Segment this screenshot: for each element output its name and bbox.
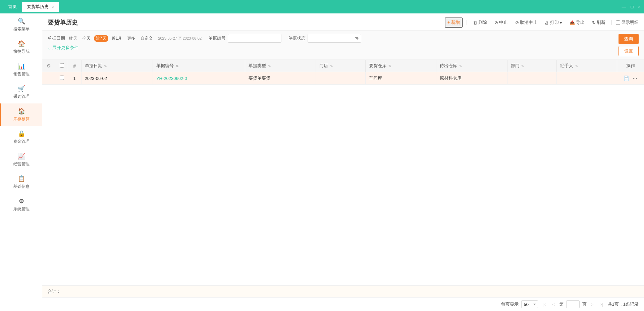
delete-button[interactable]: 🗑 删除 — [471, 18, 489, 27]
filter-area: 单据日期 昨天 今天 近7天 近1月 更多 自定义 2023-05-27 至 2… — [42, 31, 644, 60]
cell-pending-warehouse: 原材料仓库 — [436, 72, 507, 85]
select-all-checkbox[interactable] — [60, 63, 64, 68]
next-page-btn[interactable]: > — [589, 301, 595, 308]
sidebar-item-sales-mgmt[interactable]: 📊 销售管理 — [0, 58, 42, 81]
filter-settings-button[interactable]: 设置 — [619, 46, 639, 56]
col-handler[interactable]: 经手人 ⇅ — [557, 60, 617, 72]
query-button[interactable]: 查询 — [619, 34, 639, 44]
doc-number-link[interactable]: YH-20230602-0 — [156, 76, 187, 81]
col-settings[interactable]: ⚙ — [42, 60, 56, 72]
sidebar-item-label: 库存核算 — [13, 116, 30, 122]
sidebar-item-basic-info[interactable]: 📋 基础信息 — [0, 171, 42, 193]
delete-icon: 🗑 — [473, 20, 477, 25]
tab-bar: 首页 要货单历史 × — [3, 2, 622, 12]
page-size-label: 每页显示 — [501, 301, 519, 307]
sidebar-item-quick-nav[interactable]: 🏠 快捷导航 — [0, 36, 42, 58]
sidebar-item-label: 搜索菜单 — [13, 26, 30, 32]
col-doc-number[interactable]: 单据编号 ⇅ — [153, 60, 245, 72]
date-btn-custom[interactable]: 自定义 — [139, 35, 155, 42]
page-size-select[interactable]: 20 50 100 — [521, 300, 538, 308]
tab-close-icon[interactable]: × — [52, 4, 54, 9]
sidebar: 🔍 搜索菜单 🏠 快捷导航 📊 销售管理 🛒 采购管理 🏠 库存核算 🔒 资金管… — [0, 13, 42, 311]
sort-icon-store: ⇅ — [330, 64, 333, 68]
date-range-text: 2023-05-27 至 2023-06-02 — [158, 36, 202, 41]
sidebar-item-inventory-calc[interactable]: 🏠 库存核算 — [0, 103, 42, 126]
sidebar-item-label: 采购管理 — [13, 94, 30, 99]
col-doc-type[interactable]: 单据类型 ⇅ — [245, 60, 316, 72]
col-action: 操作 — [617, 60, 644, 72]
export-button[interactable]: 📤 导出 — [568, 18, 587, 27]
doc-status-label: 单据状态 — [288, 35, 306, 41]
page-label: 第 — [559, 301, 564, 307]
display-detail-checkbox[interactable]: 显示明细 — [616, 19, 639, 26]
col-req-warehouse[interactable]: 要货仓库 ⇅ — [366, 60, 436, 72]
sidebar-item-label: 资金管理 — [13, 139, 30, 144]
cell-row-settings — [42, 72, 56, 85]
cell-number: 1 — [68, 72, 81, 85]
tab-home[interactable]: 首页 — [3, 2, 21, 12]
sidebar-item-purchase-mgmt[interactable]: 🛒 采购管理 — [0, 81, 42, 103]
search-menu-icon: 🔍 — [18, 17, 25, 25]
expand-filter-button[interactable]: ⌄ 展开更多条件 — [48, 45, 612, 51]
sales-mgmt-icon: 📊 — [18, 62, 25, 70]
cancel-suspend-icon: ⊘ — [515, 20, 519, 25]
refresh-icon: ↻ — [592, 20, 596, 25]
cell-doc-number[interactable]: YH-20230602-0 — [153, 72, 245, 85]
date-filter-item: 单据日期 昨天 今天 近7天 近1月 更多 自定义 2023-05-27 至 2… — [48, 35, 202, 42]
table-settings-icon[interactable]: ⚙ — [47, 63, 51, 69]
first-page-btn[interactable]: |< — [541, 301, 548, 308]
refresh-button[interactable]: ↻ 刷新 — [590, 18, 607, 27]
suspend-button[interactable]: ⊘ 中止 — [492, 18, 510, 27]
sort-icon-req-warehouse: ⇅ — [388, 64, 391, 68]
export-icon: 📤 — [570, 20, 575, 25]
cell-doc-date: 2023-06-02 — [81, 72, 153, 85]
doc-number-input[interactable] — [228, 34, 281, 43]
suspend-icon: ⊘ — [494, 20, 498, 25]
date-btn-yesterday[interactable]: 昨天 — [67, 35, 79, 42]
footer-label: 合计： — [48, 288, 61, 295]
maximize-btn[interactable]: □ — [631, 4, 634, 9]
sidebar-item-search-menu[interactable]: 🔍 搜索菜单 — [0, 13, 42, 36]
edit-action-icon[interactable]: 📄 — [623, 75, 630, 82]
print-button[interactable]: 🖨 打印 ▾ — [543, 18, 564, 27]
date-btn-1month[interactable]: 近1月 — [110, 35, 124, 42]
col-doc-date[interactable]: 单据日期 ⇅ — [81, 60, 153, 72]
more-action-icon[interactable]: ⋯ — [632, 75, 638, 82]
prev-page-btn[interactable]: < — [550, 301, 556, 308]
inventory-calc-icon: 🏠 — [18, 107, 25, 115]
col-pending-warehouse[interactable]: 待出仓库 ⇅ — [436, 60, 507, 72]
col-department[interactable]: 部门 ⇅ — [507, 60, 557, 72]
doc-status-select[interactable] — [308, 34, 361, 43]
sort-icon-doc-date: ⇅ — [104, 64, 107, 68]
sidebar-item-operations-mgmt[interactable]: 📈 经营管理 — [0, 148, 42, 171]
data-table: ⚙ # 单据日期 ⇅ 单据编号 ⇅ — [42, 60, 644, 85]
date-filter-label: 单据日期 — [48, 35, 65, 41]
date-btn-today[interactable]: 今天 — [80, 35, 93, 42]
col-checkbox[interactable] — [56, 60, 68, 72]
cell-actions: 📄 ⋯ — [617, 72, 644, 85]
row-checkbox[interactable] — [60, 76, 64, 80]
filter-actions: 查询 设置 — [619, 34, 639, 56]
sidebar-item-fund-mgmt[interactable]: 🔒 资金管理 — [0, 126, 42, 148]
close-btn[interactable]: × — [638, 4, 641, 9]
cell-handler — [557, 72, 617, 85]
sort-icon-pending-warehouse: ⇅ — [459, 64, 462, 68]
date-btn-more[interactable]: 更多 — [125, 35, 137, 42]
minimize-btn[interactable]: — — [622, 4, 626, 9]
divider — [467, 20, 467, 25]
date-btn-7days[interactable]: 近7天 — [94, 35, 108, 42]
sidebar-item-system-mgmt[interactable]: ⚙ 系统管理 — [0, 193, 42, 216]
sort-icon-handler: ⇅ — [575, 64, 578, 68]
last-page-btn[interactable]: >| — [598, 301, 605, 308]
divider2 — [611, 20, 612, 25]
col-store[interactable]: 门店 ⇅ — [316, 60, 366, 72]
filter-row-1: 单据日期 昨天 今天 近7天 近1月 更多 自定义 2023-05-27 至 2… — [48, 34, 612, 43]
cancel-suspend-button[interactable]: ⊘ 取消中止 — [513, 18, 539, 27]
new-button[interactable]: + 新增 — [445, 17, 463, 28]
display-detail-check[interactable] — [616, 20, 620, 25]
sidebar-item-label: 快捷导航 — [13, 49, 30, 54]
tab-requisition-history[interactable]: 要货单历史 × — [22, 2, 59, 12]
page-number-input[interactable]: 1 — [566, 300, 580, 308]
cell-checkbox[interactable] — [56, 72, 68, 85]
toolbar: + 新增 🗑 删除 ⊘ 中止 ⊘ 取消中止 🖨 打印 ▾ — [445, 17, 639, 28]
